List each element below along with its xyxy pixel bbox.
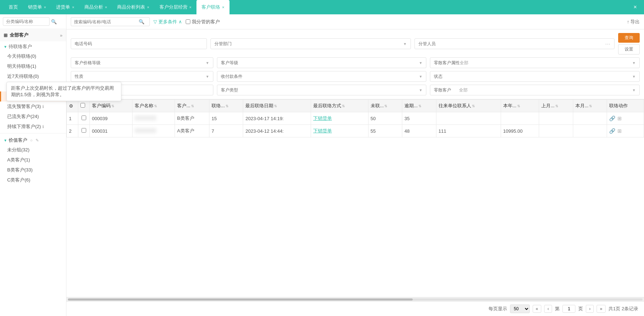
query-btn[interactable]: 查询 <box>618 33 640 43</box>
row1-type: B类客户 <box>175 112 209 125</box>
close-sales-order-icon[interactable]: × <box>44 5 46 9</box>
sidebar-item-today-pending[interactable]: 今天待联络(0) <box>0 51 66 61</box>
sidebar-item-7days-pending[interactable]: 近7天待联络(0) <box>0 71 66 81</box>
close-product-analysis-list-icon[interactable]: × <box>147 5 149 9</box>
last-page-btn[interactable]: » <box>597 305 606 313</box>
nav-customer-segmentation[interactable]: 客户分层经营 × <box>154 0 196 14</box>
collapse-icon[interactable]: » <box>60 33 62 38</box>
row1-link-icon[interactable]: 🔗 <box>609 115 615 121</box>
row1-last-date: 2023-04-17 14:19: <box>243 112 311 125</box>
filter-search-input[interactable] <box>74 19 139 24</box>
nav-product-analysis[interactable]: 商品分析 × <box>79 0 112 14</box>
col-customer-type[interactable]: 客户...⇅ <box>175 100 209 112</box>
nav-purchase-order[interactable]: 进货单 × <box>51 0 79 14</box>
nav-product-analysis-list[interactable]: 商品分析列表 × <box>112 0 154 14</box>
page-size-select[interactable]: 50 100 <box>510 305 530 313</box>
page-input[interactable] <box>562 305 575 313</box>
col-contact-count[interactable]: 联络...⇅ <box>209 100 243 112</box>
col-overdue[interactable]: 逾期...⇅ <box>402 100 436 112</box>
payment-field[interactable]: 收付款条件 ▼ <box>217 71 427 82</box>
row2-link-icon[interactable]: 🔗 <box>609 128 615 134</box>
close-purchase-order-icon[interactable]: × <box>72 5 74 9</box>
sort-person-icon: ⇅ <box>472 104 475 108</box>
row2-actions: 🔗 ⊞ <box>607 125 644 137</box>
col-last-contact-date[interactable]: 最后联络日期⇅ <box>243 100 311 112</box>
scrollbar-thumb[interactable] <box>68 298 413 301</box>
table-settings-col[interactable]: ⚙ <box>67 100 78 112</box>
window-close-icon[interactable]: × <box>630 4 640 10</box>
price-level-field[interactable]: 客户价格等级 ▼ <box>71 57 213 68</box>
payment-dropdown-icon: ▼ <box>419 75 422 79</box>
col-action: 联络动作 <box>607 100 644 112</box>
sidebar-item-class-a[interactable]: A类客户(1) <box>0 155 66 165</box>
sidebar-item-lost[interactable]: 已流失客户(24) <box>0 112 66 122</box>
col-last-month[interactable]: 上月...⇅ <box>539 100 573 112</box>
row2-checkbox[interactable] <box>78 125 90 137</box>
sidebar-item-class-c[interactable]: C类客户(6) <box>0 175 66 185</box>
manager-field[interactable]: 分管人员 ··· <box>414 38 615 49</box>
nav-customer-contact[interactable]: 客户联络 × <box>196 0 229 14</box>
dept-field[interactable]: 分管部门 ▼ <box>210 38 411 49</box>
gender-field[interactable]: 性质 ▼ <box>71 71 213 82</box>
col-this-month[interactable]: 本月...⇅ <box>573 100 607 112</box>
row2-index: 2 <box>67 125 78 137</box>
edit-icon[interactable]: ○ <box>30 138 33 142</box>
col-last-contact-method[interactable]: 最后联络方式⇅ <box>311 100 368 112</box>
col-this-year[interactable]: 本年...⇅ <box>501 100 539 112</box>
sidebar-item-class-b[interactable]: B类客户(33) <box>0 165 66 175</box>
pagination-bar: 每页显示 50 100 « ‹ 第 页 › » 共1页 2条记录 <box>66 301 644 316</box>
phone-field[interactable]: 电话号码 <box>71 38 207 49</box>
sidebar-item-lost-preview[interactable]: 流失预警客户(3) ℹ <box>0 102 66 112</box>
row1-select[interactable] <box>82 115 86 120</box>
row2-select[interactable] <box>82 128 86 133</box>
sort-thisyear-icon: ⇅ <box>517 104 520 108</box>
first-page-btn[interactable]: « <box>533 305 542 313</box>
lost-preview-info-icon[interactable]: ℹ <box>42 104 44 109</box>
all-customers-header[interactable]: ⊞ 全部客户 » <box>0 29 66 41</box>
my-customers-checkbox[interactable] <box>186 19 190 24</box>
col-not-contacted[interactable]: 未联...⇅ <box>368 100 402 112</box>
customer-type-field[interactable]: 客户类型 ▼ <box>217 85 427 95</box>
row1-checkbox[interactable] <box>78 112 90 125</box>
sort-name-icon: ⇅ <box>154 104 157 108</box>
row1-grid-icon[interactable]: ⊞ <box>617 115 622 121</box>
declining-info-icon[interactable]: ℹ <box>42 124 44 129</box>
retail-attr-field[interactable]: 零散客户属性 全部 ▼ <box>430 57 640 68</box>
sort-date-icon: ⇅ <box>274 104 277 108</box>
filter-search-icon[interactable]: 🔍 <box>139 19 144 24</box>
row2-grid-icon[interactable]: ⊞ <box>617 128 622 134</box>
col-contact-person[interactable]: 往来单位联系人⇅ <box>436 100 501 112</box>
col-code[interactable]: 客户编码⇅ <box>90 100 133 112</box>
horizontal-scrollbar[interactable] <box>66 297 644 301</box>
next-page-btn[interactable]: › <box>586 305 594 313</box>
sidebar-item-ungrouped[interactable]: 未分组(32) <box>0 145 66 155</box>
nav-home[interactable]: 首页 <box>4 0 23 14</box>
row2-last-method[interactable]: 下销货单 <box>311 125 368 137</box>
nav-sales-order[interactable]: 销货单 × <box>23 0 51 14</box>
close-customer-contact-icon[interactable]: × <box>222 5 224 9</box>
table-row: 2 000031 A类客户 7 2023-04-12 14:44: 下销货单 5… <box>67 125 644 137</box>
table-checkbox-col[interactable] <box>78 100 90 112</box>
content-area: 🔍 ▽ 更多条件 ∧ 我分管的客户 ↑ 导出 电话号码 <box>66 14 644 316</box>
sidebar-search-icon[interactable]: 🔍 <box>51 19 57 24</box>
settings-btn[interactable]: 设置 <box>618 44 640 55</box>
select-all-checkbox[interactable] <box>80 103 85 108</box>
customer-level-field[interactable]: 客户等级 ▼ <box>217 57 427 68</box>
export-btn[interactable]: ↑ 导出 <box>627 19 640 25</box>
sidebar-item-declining[interactable]: 持续下滑客户(2) ℹ <box>0 122 66 132</box>
settings-small-icon[interactable]: ✎ <box>36 138 39 143</box>
row1-overdue: 35 <box>402 112 436 125</box>
sort-thismonth-icon: ⇅ <box>589 104 592 108</box>
more-conditions-btn[interactable]: ▽ 更多条件 ∧ <box>153 19 182 25</box>
scrollbar-track[interactable] <box>68 298 643 301</box>
close-customer-segmentation-icon[interactable]: × <box>189 5 191 9</box>
filter-row-1: 电话号码 分管部门 ▼ 分管人员 ··· 查询 设置 <box>71 33 640 55</box>
close-product-analysis-icon[interactable]: × <box>105 5 107 9</box>
prev-page-btn[interactable]: ‹ <box>544 305 552 313</box>
sidebar-search-input[interactable] <box>3 17 50 26</box>
status-field[interactable]: 状态 ▼ <box>430 71 640 82</box>
col-name[interactable]: 客户名称⇅ <box>132 100 175 112</box>
retail-field[interactable]: 零散客户 全部 ▼ <box>430 85 640 95</box>
row1-last-method[interactable]: 下销货单 <box>311 112 368 125</box>
sidebar-item-tomorrow-pending[interactable]: 明天待联络(1) <box>0 61 66 71</box>
